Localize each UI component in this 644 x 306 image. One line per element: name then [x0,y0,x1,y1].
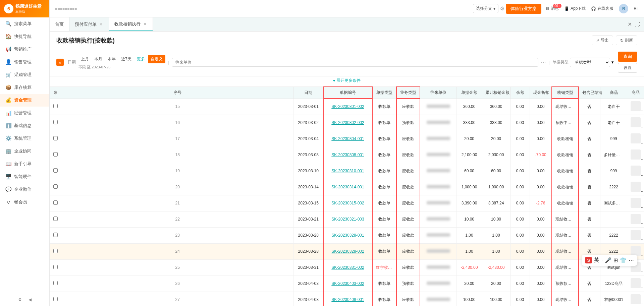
settings-bottom-btn[interactable]: ⚙ [15,296,24,303]
cell-checkbox[interactable] [50,179,62,195]
sidebar-item-inventory[interactable]: 📦库存核算 [0,81,49,94]
table-wrap[interactable]: ⚙ 序号 日期 单据编号 单据类型 业务类型 往来单位 单据金额 累计核销金额 … [50,86,644,306]
cell-checkbox[interactable] [50,259,62,276]
cell-checkbox[interactable] [50,131,62,147]
table-row[interactable]: 25 2023-03-31 SK-20230331-002 红字收款单 应收款 … [50,259,644,276]
service-btn[interactable]: 🎧 在线客服 [591,6,613,11]
cell-checkbox[interactable] [50,195,62,211]
sidebar-item-basic[interactable]: ℹ️基础信息 [0,119,49,132]
row-checkbox[interactable] [53,120,58,124]
sidebar-item-wechat[interactable]: 💬企业微信 [0,183,49,196]
table-row[interactable]: 18 2023-03-08 SK-20230308-001 收款单 应收款 2,… [50,147,644,163]
avatar[interactable]: R [619,4,628,13]
row-checkbox[interactable] [53,249,58,253]
settings-icon[interactable]: ⚙ [53,90,58,95]
user-name[interactable]: Rit [634,6,639,11]
filter-billtype-select[interactable]: 单据类型 [570,58,610,67]
row-checkbox[interactable] [53,152,58,157]
tab-prepay-close-icon[interactable]: ✕ [99,21,103,27]
sn-link[interactable]: SK-20230328-001 [331,233,364,238]
sidebar-item-sales[interactable]: 👤销售管理 [0,56,49,68]
app-download-btn[interactable]: 📱 App下载 [564,6,586,11]
toolbar-mic-icon[interactable]: 🎤 [605,257,611,263]
sn-link[interactable]: SK-20230301-002 [331,104,364,109]
filter-this-month-btn[interactable]: 本月 [92,55,105,63]
toolbar-icon-eng[interactable]: 英 [594,257,599,264]
th-settings[interactable]: ⚙ [50,87,62,99]
cell-checkbox[interactable] [50,115,62,131]
filter-toggle-btn[interactable]: » [56,59,64,66]
sn-link[interactable]: SK-20230403-002 [331,281,364,286]
filter-more-btn[interactable]: 更多 [135,55,147,63]
close-tab-icon[interactable]: ✕ [628,21,632,27]
filter-last-month-btn[interactable]: 上月 [78,55,91,63]
toolbar-shirt-icon[interactable]: 👕 [620,257,627,263]
table-row[interactable]: 19 2023-03-10 SK-20230310-001 收款单 应收款 60… [50,163,644,179]
table-row[interactable]: 23 2023-03-28 SK-20230328-001 收款单 应收款 1.… [50,227,644,243]
filter-dots[interactable]: ··· [541,59,546,66]
sn-link[interactable]: SK-20230328-002 [331,249,364,254]
gear-icon[interactable]: ⚙ [500,5,504,12]
row-checkbox[interactable] [53,217,58,221]
sidebar-item-enterprise[interactable]: 🏢企业协同 [0,145,49,158]
sn-link[interactable]: SK-20230408-001 [331,297,364,302]
collapse-btn[interactable]: ◀ [26,296,34,303]
table-row[interactable]: 27 2023-04-08 SK-20230408-001 收款单 应收款 10… [50,292,644,306]
row-checkbox[interactable] [53,136,58,140]
row-checkbox[interactable] [53,297,58,301]
cell-checkbox[interactable] [50,99,62,115]
tab-writeoff-exec[interactable]: 收款核销执行 ✕ [109,17,153,31]
sidebar-item-guide[interactable]: 📖新手引导 [0,158,49,170]
row-checkbox[interactable] [53,265,58,269]
row-checkbox[interactable] [53,281,58,285]
row-checkbox[interactable] [53,168,58,173]
cell-checkbox[interactable] [50,243,62,259]
filter-7days-btn[interactable]: 近7天 [119,55,134,63]
refresh-btn[interactable]: ↻ 刷新 [616,36,637,45]
cell-checkbox[interactable] [50,211,62,227]
sn-link[interactable]: SK-20230321-003 [331,217,364,222]
sidebar-item-marketing[interactable]: 📢营销推广 [0,43,49,56]
toolbar-grid-icon[interactable]: ⊞ [613,257,618,263]
filter-partner-input[interactable] [172,58,538,67]
tab-home[interactable]: 首页 [50,17,69,31]
sn-link[interactable]: SK-20230314-001 [331,185,364,189]
sidebar-item-finance[interactable]: 💰资金管理 [0,94,49,107]
cell-checkbox[interactable] [50,227,62,243]
sn-link[interactable]: SK-20230308-001 [331,152,364,157]
filter-this-year-btn[interactable]: 本年 [105,55,118,63]
expand-tab-icon[interactable]: ⛶ [635,21,640,27]
message-btn[interactable]: 🖥 消息 99+ [545,6,559,11]
cell-checkbox[interactable] [50,147,62,163]
export-btn[interactable]: ↗ 导出 [592,36,613,45]
query-btn[interactable]: 查询 [618,52,637,62]
cell-checkbox[interactable] [50,276,62,292]
row-checkbox[interactable] [53,200,58,205]
sn-link[interactable]: SK-20230304-001 [331,136,364,141]
table-row[interactable]: 24 2023-03-28 SK-20230328-002 收款单 应收款 1.… [50,243,644,259]
sn-link[interactable]: SK-20230310-001 [331,169,364,173]
filter-setting-btn[interactable]: 设置 [618,63,637,73]
sidebar-item-vip[interactable]: V畅会员 [0,196,49,208]
row-checkbox[interactable] [53,104,58,108]
filter-custom-btn[interactable]: 自定义 [148,55,165,63]
table-row[interactable]: 20 2023-03-14 SK-20230314-001 收款单 应收款 1,… [50,179,644,195]
sidebar-item-system[interactable]: ⚙️系统管理 [0,132,49,145]
branch-dropdown[interactable]: 选择分支 ▾ [473,4,498,13]
sidebar-item-operations[interactable]: 📊经营管理 [0,107,49,119]
table-row[interactable]: 15 2023-03-01 SK-20230301-002 收款单 应收款 36… [50,99,644,115]
row-checkbox[interactable] [53,233,58,237]
table-row[interactable]: 16 2023-03-02 SK-20230302-002 收款单 预收款 33… [50,115,644,131]
sidebar-item-hardware[interactable]: 🖥️智能硬件 [0,170,49,183]
filter-expand-btn[interactable]: ▾ 展开更多条件 [333,78,361,83]
tab-prepay-list[interactable]: 预付应付单 ✕ [69,17,109,31]
row-checkbox[interactable] [53,184,58,189]
table-row[interactable]: 26 2023-04-03 SK-20230403-002 收款单 预收款 20… [50,276,644,292]
table-row[interactable]: 22 2023-03-21 SK-20230321-003 收款单 应收款 10… [50,211,644,227]
tab-writeoff-close-icon[interactable]: ✕ [143,21,147,27]
sn-link[interactable]: SK-20230302-002 [331,120,364,125]
sidebar-item-quick-nav[interactable]: 🏠快捷导航 [0,30,49,43]
sidebar-item-purchase[interactable]: 🛒采购管理 [0,68,49,81]
cell-checkbox[interactable] [50,163,62,179]
toolbar-settings2-icon[interactable]: ⋯ [629,257,634,263]
